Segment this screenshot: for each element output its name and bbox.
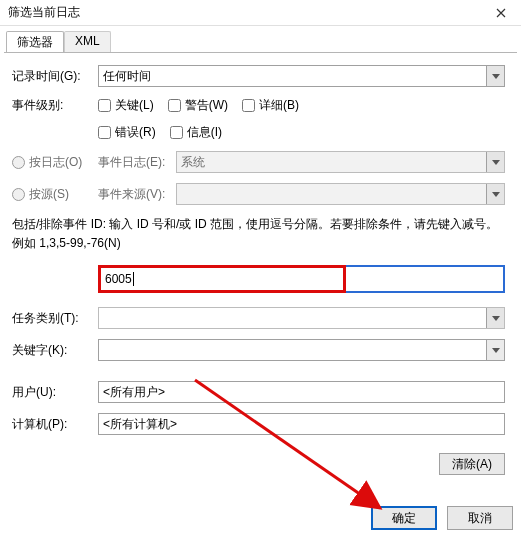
check-critical[interactable]: 关键(L) (98, 97, 154, 114)
check-info[interactable]: 信息(I) (170, 124, 222, 141)
check-error[interactable]: 错误(R) (98, 124, 156, 141)
computer-value: <所有计算机> (103, 416, 177, 433)
chevron-down-icon (486, 66, 504, 86)
tab-xml[interactable]: XML (64, 31, 111, 53)
check-verbose[interactable]: 详细(B) (242, 97, 299, 114)
clear-button[interactable]: 清除(A) (439, 453, 505, 475)
computer-input[interactable]: <所有计算机> (98, 413, 505, 435)
level-label: 事件级别: (12, 97, 98, 114)
event-id-value: 6005 (105, 272, 132, 286)
cancel-button[interactable]: 取消 (447, 506, 513, 530)
keywords-label: 关键字(K): (12, 342, 98, 359)
chevron-down-icon (486, 308, 504, 328)
window-title: 筛选当前日志 (8, 4, 80, 21)
event-source-dropdown (176, 183, 505, 205)
event-log-label: 事件日志(E): (98, 154, 176, 171)
text-caret (133, 272, 134, 286)
task-category-label: 任务类别(T): (12, 310, 98, 327)
logged-value: 任何时间 (103, 68, 151, 85)
event-id-input[interactable]: 6005 (98, 265, 346, 293)
event-log-dropdown: 系统 (176, 151, 505, 173)
tab-filter[interactable]: 筛选器 (6, 31, 64, 53)
task-category-dropdown[interactable] (98, 307, 505, 329)
keywords-dropdown[interactable] (98, 339, 505, 361)
logged-dropdown[interactable]: 任何时间 (98, 65, 505, 87)
logged-label: 记录时间(G): (12, 68, 98, 85)
ok-button[interactable]: 确定 (371, 506, 437, 530)
event-log-value: 系统 (181, 154, 205, 171)
radio-by-log: 按日志(O) (12, 154, 98, 171)
user-input[interactable]: <所有用户> (98, 381, 505, 403)
radio-by-source: 按源(S) (12, 186, 98, 203)
event-source-label: 事件来源(V): (98, 186, 176, 203)
radio-icon (12, 188, 25, 201)
id-note: 包括/排除事件 ID: 输入 ID 号和/或 ID 范围，使用逗号分隔。若要排除… (12, 215, 505, 253)
check-warning[interactable]: 警告(W) (168, 97, 228, 114)
close-icon (496, 8, 506, 18)
event-id-highlight (346, 265, 505, 293)
user-value: <所有用户> (103, 384, 165, 401)
computer-label: 计算机(P): (12, 416, 98, 433)
chevron-down-icon (486, 340, 504, 360)
user-label: 用户(U): (12, 384, 98, 401)
chevron-down-icon (486, 152, 504, 172)
radio-icon (12, 156, 25, 169)
chevron-down-icon (486, 184, 504, 204)
close-button[interactable] (481, 0, 521, 26)
